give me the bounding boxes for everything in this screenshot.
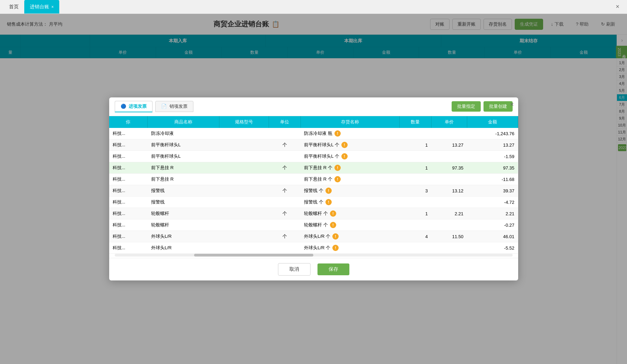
col-header-unit: 单位 [269,116,301,128]
col-header-company: 你 [109,116,148,128]
col-header-price: 单价 [431,116,467,128]
modal-scrollbar-thumb [194,254,313,257]
modal-header: 🔵 进项发票 📄 销项发票 批量指定 批量创建 × [109,97,518,116]
batch-create-button[interactable]: 批量创建 [484,101,513,112]
col-header-inventory-name: 存货名称 [301,116,399,128]
warn-icon: ! [332,245,339,251]
modal-header-actions: 批量指定 批量创建 [452,101,513,112]
tab-close-icon[interactable]: × [51,5,54,9]
tab-output-invoice[interactable]: 📄 销项发票 [155,101,193,112]
col-header-amount: 金额 [467,116,518,128]
modal-backdrop: 🔵 进项发票 📄 销项发票 批量指定 批量创建 × [0,14,627,364]
warn-icon: ! [325,188,332,194]
table-row[interactable]: 科技...轮毂螺杆个轮毂螺杆 个!12.212.21 [109,208,518,219]
table-row[interactable]: 科技...报警线报警线 个!-4.72 [109,197,518,208]
batch-designate-button[interactable]: 批量指定 [452,101,481,112]
table-row[interactable]: 科技...外球头L/R个外球头L/R 个!411.5046.01 [109,231,518,242]
app-close-button[interactable]: × [611,3,624,10]
cancel-button[interactable]: 取消 [278,263,311,276]
col-header-product-name: 商品名称 [148,116,219,128]
warn-icon: ! [325,199,332,205]
invoice-modal: 🔵 进项发票 📄 销项发票 批量指定 批量创建 × [109,97,518,281]
warn-icon: ! [334,165,341,171]
table-row[interactable]: 科技...前平衡杆球头L个前平衡杆球头L 个!113.2713.27 [109,139,518,151]
modal-footer: 取消 保存 [109,258,518,280]
table-row[interactable]: 科技...前下悬挂 R个前下悬挂 R 个!197.3597.35 [109,162,518,174]
main-content: 销售成本计算方法： 月平均 商贸企业进销台账 📋 对账 重新开账 存货别名 生成… [0,14,627,364]
modal-table-wrapper[interactable]: 你 商品名称 规格型号 单位 存货名称 数量 单价 金额 科技...防冻冷却液防… [109,116,518,254]
table-row[interactable]: 科技...轮毂螺杆轮毂螺杆 个!-0.27 [109,219,518,231]
modal-close-button[interactable]: × [510,101,514,108]
warn-icon: ! [332,233,339,240]
tab-home[interactable]: 首页 [3,0,24,14]
table-row[interactable]: 科技...报警线个报警线 个!313.1239.37 [109,185,518,197]
table-row[interactable]: 科技...前下悬挂 R前下悬挂 R 个!-11.68 [109,174,518,185]
invoice-table: 你 商品名称 规格型号 单位 存货名称 数量 单价 金额 科技...防冻冷却液防… [109,116,518,254]
input-invoice-icon: 🔵 [121,104,126,109]
warn-icon: ! [341,142,348,148]
tab-bar: 首页 进销台账 × × [0,0,627,14]
tab-input-invoice[interactable]: 🔵 进项发票 [115,101,153,112]
col-header-spec: 规格型号 [219,116,269,128]
warn-icon: ! [330,210,336,217]
warn-icon: ! [334,176,341,182]
warn-icon: ! [341,153,348,159]
col-header-qty: 数量 [399,116,431,128]
warn-icon: ! [334,130,341,137]
save-button[interactable]: 保存 [317,263,349,275]
table-row[interactable]: 科技...前平衡杆球头L前平衡杆球头L 个!-1.59 [109,151,518,162]
output-invoice-icon: 📄 [161,104,167,109]
modal-scrollbar[interactable] [115,254,513,257]
warn-icon: ! [330,222,336,228]
table-row[interactable]: 科技...外球头L/R外球头L/R 个!-5.52 [109,242,518,254]
table-row[interactable]: 科技...防冻冷却液防冻冷却液 瓶!-1,243.76 [109,128,518,139]
tab-ledger[interactable]: 进销台账 × [24,0,59,14]
